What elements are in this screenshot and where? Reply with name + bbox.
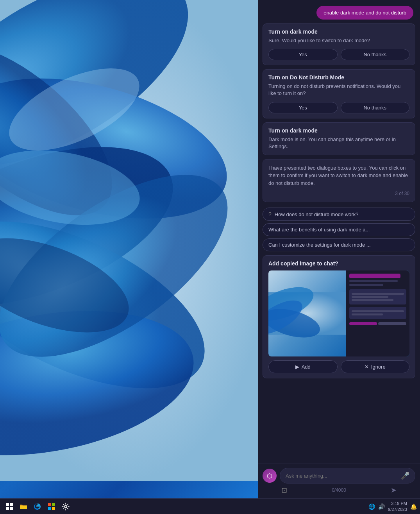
close-icon: ✕ (365, 364, 369, 370)
input-footer: ⊡ 0/4000 ➤ (263, 486, 415, 494)
right-panel: enable dark mode and do not disturb Turn… (258, 0, 420, 498)
send-icon[interactable]: ➤ (391, 486, 397, 494)
enable-dark-mode-button[interactable]: enable dark mode and do not disturb (316, 6, 413, 20)
svg-rect-15 (6, 503, 9, 506)
input-area: ⬡ 🎤 ⊡ 0/4000 ➤ (258, 464, 420, 498)
date-display: 9/27/2023 (388, 507, 407, 512)
dnd-no-button[interactable]: No thanks (341, 102, 410, 113)
suggestion-chip-3[interactable]: Can I customize the settings for dark mo… (263, 238, 415, 251)
chat-area: enable dark mode and do not disturb Turn… (258, 0, 420, 464)
notification-icon[interactable]: 🔔 (410, 503, 417, 510)
ai-avatar: ⬡ (263, 469, 277, 483)
taskbar-left (3, 500, 72, 513)
suggestion-chips: ? How does do not disturb mode work? Wha… (263, 208, 415, 251)
screenshot-icon[interactable]: ⊡ (281, 486, 287, 494)
ai-message-text: I have presented two dialogue boxes to y… (268, 165, 408, 186)
image-preview-title: Add copied image to chat? (268, 260, 409, 267)
ignore-image-button[interactable]: ✕ Ignore (341, 360, 410, 373)
taskbar: 🌐 🔊 3:19 PM 9/27/2023 🔔 (0, 498, 420, 514)
dark-mode-card-2: Turn on dark mode Dark mode is on. You c… (263, 122, 415, 155)
volume-icon: 🔊 (378, 503, 385, 510)
play-icon: ▶ (295, 364, 299, 370)
dark-mode-card-1-title: Turn on dark mode (268, 29, 409, 35)
system-clock: 3:19 PM 9/27/2023 (388, 501, 407, 512)
network-icon: 🌐 (368, 503, 375, 510)
dnd-card-buttons: Yes No thanks (268, 102, 409, 113)
svg-rect-19 (20, 506, 27, 509)
question-icon: ? (268, 211, 272, 217)
char-count: 0/4000 (332, 487, 346, 493)
suggestion-chip-2-text: What are the benefits of using dark mode… (268, 227, 370, 233)
suggestion-chip-1-text: How does do not disturb mode work? (275, 211, 359, 217)
dnd-card-text: Turning on do not disturb prevents notif… (268, 83, 409, 97)
image-action-buttons: ▶ Add ✕ Ignore (268, 360, 409, 373)
time-display: 3:19 PM (388, 501, 407, 506)
image-preview-card: Add copied image to chat? (263, 255, 415, 378)
svg-rect-18 (10, 507, 13, 510)
message-counter: 3 of 30 (268, 190, 409, 197)
dark-mode-card-2-text: Dark mode is on. You can change this any… (268, 136, 409, 150)
add-image-label: Add (302, 364, 311, 370)
suggestion-chip-2[interactable]: What are the benefits of using dark mode… (263, 223, 415, 236)
svg-rect-22 (48, 507, 51, 510)
svg-rect-17 (6, 507, 9, 510)
dnd-card-title: Turn on Do Not Disturb Mode (268, 74, 409, 81)
dnd-yes-button[interactable]: Yes (268, 102, 338, 113)
add-image-button[interactable]: ▶ Add (268, 360, 338, 373)
settings-button[interactable] (59, 500, 72, 513)
dark-mode-no-button[interactable]: No thanks (341, 49, 410, 60)
windows-store-button[interactable] (45, 500, 58, 513)
start-button[interactable] (3, 500, 16, 513)
taskbar-right: 🌐 🔊 3:19 PM 9/27/2023 🔔 (368, 501, 417, 512)
dark-mode-card-1: Turn on dark mode Sure. Would you like t… (263, 23, 415, 65)
svg-rect-21 (52, 503, 55, 506)
preview-image (268, 270, 409, 356)
dnd-card: Turn on Do Not Disturb Mode Turning on d… (263, 69, 415, 118)
mic-icon[interactable]: 🎤 (401, 471, 409, 480)
chat-input[interactable] (286, 473, 401, 479)
input-row: ⬡ 🎤 (263, 468, 415, 484)
dark-mode-card-1-text: Sure. Would you like to switch to dark m… (268, 37, 409, 44)
ignore-image-label: Ignore (371, 364, 386, 370)
dark-mode-card-2-title: Turn on dark mode (268, 127, 409, 134)
dark-mode-yes-button[interactable]: Yes (268, 49, 338, 60)
avatar-icon: ⬡ (267, 472, 272, 480)
suggestion-chip-1[interactable]: ? How does do not disturb mode work? (263, 208, 415, 221)
svg-point-24 (64, 505, 67, 508)
edge-browser-button[interactable] (31, 500, 44, 513)
file-explorer-button[interactable] (17, 500, 30, 513)
text-input-wrapper: 🎤 (280, 468, 415, 484)
svg-rect-20 (48, 503, 51, 506)
dark-mode-card-1-buttons: Yes No thanks (268, 49, 409, 60)
suggestion-chip-3-text: Can I customize the settings for dark mo… (268, 242, 371, 248)
svg-rect-23 (52, 507, 55, 510)
ai-message: I have presented two dialogue boxes to y… (263, 159, 415, 202)
preview-overlay (346, 270, 409, 356)
wallpaper (0, 0, 258, 498)
svg-rect-16 (10, 503, 13, 506)
